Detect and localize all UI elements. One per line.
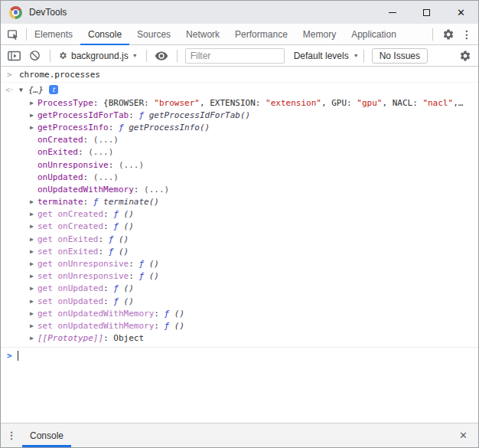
token-fnf: ƒ: [138, 259, 148, 269]
tab-elements[interactable]: Elements: [27, 24, 80, 44]
close-button[interactable]: ✕: [444, 1, 478, 24]
tree-row[interactable]: ▶get onUpdatedWithMemory: ƒ (): [1, 307, 478, 319]
kebab-icon: ⋮: [7, 430, 17, 441]
expand-arrow-icon[interactable]: ▶: [30, 260, 37, 267]
clear-console-button[interactable]: [24, 45, 45, 66]
separator: [363, 50, 364, 62]
inspect-element-button[interactable]: [1, 24, 26, 44]
expand-arrow-icon[interactable]: ▶: [30, 335, 37, 342]
token-faded: set onUpdated: [37, 296, 103, 306]
console-settings-button[interactable]: [455, 45, 475, 66]
tree-row[interactable]: ▶ProcessType: {BROWSER: "browser", EXTEN…: [1, 96, 478, 109]
minimize-button[interactable]: [375, 1, 409, 24]
tree-row[interactable]: ▶getProcessIdForTab: ƒ getProcessIdForTa…: [1, 109, 478, 121]
token-dots[interactable]: (...): [93, 172, 119, 182]
tab-memory[interactable]: Memory: [295, 24, 344, 44]
token-fnsig: getProcessInfo(): [129, 123, 210, 132]
expand-arrow-icon[interactable]: ▶: [30, 223, 37, 230]
tree-row[interactable]: onExited: (...): [1, 146, 478, 159]
expand-arrow-icon[interactable]: ▶: [30, 236, 37, 243]
expand-arrow-icon[interactable]: ▶: [30, 273, 37, 280]
console-output[interactable]: > chrome.processes <· ▼ {…} t ▶ProcessTy…: [1, 67, 478, 423]
tab-console[interactable]: Console: [80, 24, 129, 44]
expand-arrow-icon[interactable]: ▶: [30, 100, 37, 106]
token-faded: get onUpdatedWithMemory: [37, 309, 154, 319]
token-plain: :: [109, 160, 119, 170]
execution-context-selector[interactable]: background.js ▼: [55, 45, 142, 66]
tree-row[interactable]: ▶set onExited: ƒ (): [1, 245, 478, 257]
token-str: "extension": [266, 98, 321, 108]
tree-row[interactable]: ▶set onUpdatedWithMemory: ƒ (): [1, 319, 478, 332]
token-dots[interactable]: (...): [144, 185, 169, 195]
drawer-menu-button[interactable]: ⋮: [1, 430, 22, 441]
token-plain: :: [134, 185, 144, 195]
token-plain: :: [129, 271, 138, 281]
tab-label: Sources: [137, 29, 171, 40]
tree-row[interactable]: onUnresponsive: (...): [1, 159, 478, 171]
expand-arrow-icon[interactable]: ▶: [30, 211, 37, 217]
collapse-arrow-icon[interactable]: ▼: [19, 87, 28, 93]
expand-arrow-icon[interactable]: ▶: [30, 124, 37, 131]
output-marker-icon: <·: [5, 86, 19, 94]
issues-button[interactable]: No Issues: [372, 48, 428, 64]
more-options-button[interactable]: ⋮: [458, 28, 475, 41]
token-faded: get onCreated: [37, 209, 103, 219]
tab-performance[interactable]: Performance: [227, 24, 295, 44]
settings-button[interactable]: [438, 24, 458, 44]
token-dots[interactable]: (...): [93, 135, 119, 145]
console-sidebar-toggle-button[interactable]: [4, 45, 24, 66]
token-str: "gpu": [357, 98, 382, 108]
tree-row[interactable]: ▶getProcessInfo: ƒ getProcessInfo(): [1, 121, 478, 133]
live-expression-button[interactable]: [152, 45, 172, 66]
tree-row[interactable]: ▶get onUnresponsive: ƒ (): [1, 257, 478, 270]
input-expression: chrome.processes: [19, 70, 100, 80]
expand-arrow-icon[interactable]: ▶: [30, 322, 37, 329]
console-tree: ▶ProcessType: {BROWSER: "browser", EXTEN…: [1, 96, 478, 345]
token-key: ProcessType: [37, 98, 93, 108]
token-plain: :: [78, 147, 88, 157]
token-fnsig: (): [119, 234, 129, 244]
console-result-row[interactable]: <· ▼ {…} t: [1, 83, 478, 96]
tree-row[interactable]: ▶[[Prototype]]: Object: [1, 332, 478, 345]
expand-arrow-icon[interactable]: ▶: [30, 285, 37, 292]
tree-row[interactable]: ▶set onUpdated: ƒ (): [1, 295, 478, 307]
tree-row[interactable]: ▶get onExited: ƒ (): [1, 233, 478, 245]
object-badge-icon[interactable]: t: [49, 85, 58, 94]
token-fnsig: (): [174, 321, 184, 331]
filter-input[interactable]: [185, 48, 285, 64]
tree-row[interactable]: onUpdated: (...): [1, 171, 478, 183]
tree-row[interactable]: ▶get onUpdated: ƒ (): [1, 283, 478, 295]
tree-row[interactable]: onUpdatedWithMemory: (...): [1, 183, 478, 195]
token-dots[interactable]: (...): [88, 147, 113, 157]
token-faded: set onUpdatedWithMemory: [37, 321, 154, 331]
drawer-tab-console[interactable]: Console: [22, 423, 71, 447]
expand-arrow-icon[interactable]: ▶: [30, 298, 37, 305]
tab-application[interactable]: Application: [344, 24, 404, 44]
log-levels-dropdown[interactable]: Default levels ▼: [294, 51, 359, 61]
expand-arrow-icon[interactable]: ▶: [30, 198, 37, 205]
drawer-close-button[interactable]: ✕: [459, 430, 468, 441]
token-plain: :: [154, 321, 164, 331]
token-dots[interactable]: (...): [119, 160, 144, 170]
tree-row[interactable]: onCreated: (...): [1, 134, 478, 146]
tree-row[interactable]: ▶get onCreated: ƒ (): [1, 208, 478, 221]
token-plain: :: [103, 221, 113, 231]
tree-row[interactable]: ▶set onCreated: ƒ (): [1, 221, 478, 233]
expand-arrow-icon[interactable]: ▶: [30, 248, 37, 255]
expand-arrow-icon[interactable]: ▶: [30, 112, 37, 119]
console-prompt[interactable]: >: [1, 348, 478, 364]
token-key: getProcessIdForTab: [37, 110, 129, 120]
tree-row[interactable]: ▶terminate: ƒ terminate(): [1, 196, 478, 208]
token-fnf: ƒ: [109, 247, 119, 257]
token-plain: , NACL:: [382, 98, 422, 108]
tab-network[interactable]: Network: [178, 24, 227, 44]
token-fnf: ƒ: [113, 221, 123, 231]
tree-row[interactable]: ▶set onUnresponsive: ƒ (): [1, 270, 478, 283]
tab-sources[interactable]: Sources: [129, 24, 178, 44]
maximize-button[interactable]: [409, 1, 444, 24]
token-key: onUnresponsive: [37, 160, 109, 170]
object-preview[interactable]: {…}: [28, 85, 44, 95]
drawer-tab-label: Console: [30, 430, 64, 441]
separator: [50, 50, 51, 62]
expand-arrow-icon[interactable]: ▶: [30, 310, 37, 317]
